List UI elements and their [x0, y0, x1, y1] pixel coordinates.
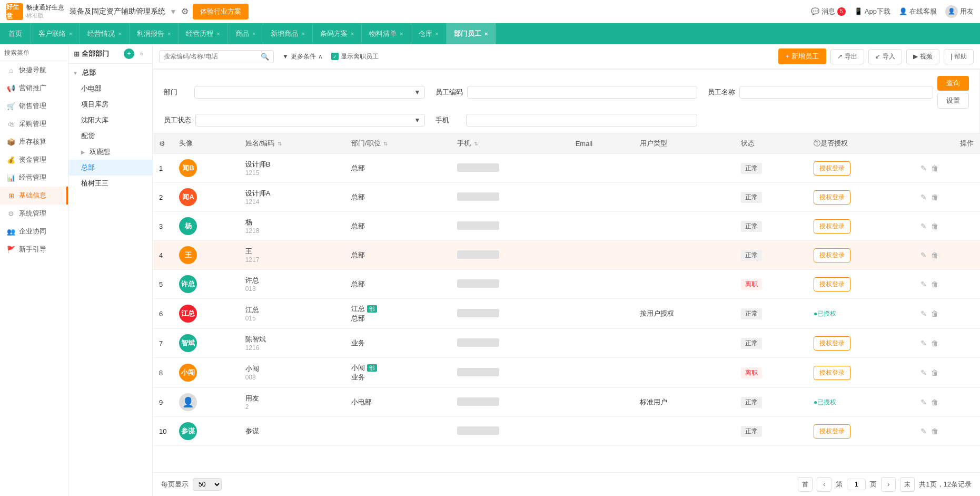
filter-settings-btn[interactable]: 设置 — [937, 93, 969, 109]
row-auth: ●已授权 — [807, 299, 914, 329]
edit-icon[interactable]: ✎ — [920, 251, 927, 259]
col-dept[interactable]: 部门/职位 ⇅ — [345, 133, 451, 154]
sidebar-item-system[interactable]: ⚙ 系统管理 — [0, 205, 68, 222]
tab-dept-employee[interactable]: 部门员工 × — [447, 23, 496, 44]
auth-btn[interactable]: 授权登录 — [814, 336, 850, 351]
user-btn[interactable]: 👤 用友 — [945, 5, 974, 18]
edit-icon[interactable]: ✎ — [920, 368, 927, 377]
last-page-btn[interactable]: 末 — [900, 477, 915, 492]
sidebar-search-input[interactable] — [4, 49, 68, 56]
auth-btn[interactable]: 授权登录 — [814, 366, 850, 380]
row-phone — [451, 329, 569, 358]
tab-goods[interactable]: 商品 × — [228, 23, 263, 44]
page-number-input[interactable] — [847, 479, 866, 490]
export-btn[interactable]: ↗ 导出 — [830, 49, 864, 64]
view-btn[interactable]: ▶ 视频 — [906, 49, 939, 64]
dept-add-btn[interactable]: + — [124, 48, 134, 59]
dept-item-shenyang[interactable]: 沈阳大库 — [68, 112, 152, 128]
filter-empname-input[interactable] — [739, 86, 933, 99]
next-page-btn[interactable]: › — [881, 477, 896, 492]
experience-btn[interactable]: 体验行业方案 — [193, 4, 249, 20]
first-page-btn[interactable]: 首 — [798, 477, 813, 492]
tab-profit[interactable]: 利润报告 × — [130, 23, 179, 44]
delete-icon[interactable]: 🗑 — [931, 339, 938, 347]
filter-status-row: 员工状态 ▼ — [164, 114, 425, 127]
delete-icon[interactable]: 🗑 — [931, 398, 938, 406]
sidebar-item-marketing[interactable]: 📢 营销推广 — [0, 79, 68, 97]
col-settings[interactable]: ⚙ — [153, 133, 173, 154]
dept-item-shuanglu[interactable]: ▶ 双鹿想 — [68, 144, 152, 160]
delete-icon[interactable]: 🗑 — [931, 427, 938, 435]
col-name[interactable]: 姓名/编码 ⇅ — [239, 133, 345, 154]
dept-item-zhishu[interactable]: 植树王三 — [68, 176, 152, 191]
delete-icon[interactable]: 🗑 — [931, 193, 938, 201]
sidebar-item-sales[interactable]: 🛒 销售管理 — [0, 97, 68, 115]
filter-phone-input[interactable] — [466, 114, 697, 127]
dept-collapse-btn[interactable]: « — [136, 48, 147, 59]
delete-icon[interactable]: 🗑 — [931, 164, 938, 172]
filter-status-label: 员工状态 — [164, 115, 191, 125]
sidebar-item-finance[interactable]: 💰 资金管理 — [0, 151, 68, 169]
dept-item-projectroom[interactable]: 项目库房 — [68, 96, 152, 112]
page-size-select[interactable]: 50 100 200 — [193, 478, 222, 491]
tab-operations[interactable]: 经营情况 × — [80, 23, 129, 44]
auth-btn[interactable]: 授权登录 — [814, 161, 850, 176]
sidebar-item-guide[interactable]: 🚩 新手引导 — [0, 240, 68, 258]
search-input[interactable] — [164, 53, 259, 60]
dept-item-xiaodibu[interactable]: 小电部 — [68, 81, 152, 96]
sidebar-item-basic-info[interactable]: ⊞ 基础信息 — [0, 187, 68, 205]
sidebar-item-operations-mgmt[interactable]: 📊 经营管理 — [0, 169, 68, 187]
delete-icon[interactable]: 🗑 — [931, 309, 938, 318]
delete-icon[interactable]: 🗑 — [931, 222, 938, 230]
sidebar-item-purchase[interactable]: 🛍 采购管理 — [0, 115, 68, 133]
title-dropdown-icon[interactable]: ▼ — [170, 7, 177, 16]
search-btn[interactable]: 查询 — [937, 76, 969, 91]
delete-icon[interactable]: 🗑 — [931, 368, 938, 377]
help-btn[interactable]: | 帮助 — [944, 49, 974, 64]
row-name: 用友2 — [239, 388, 345, 417]
edit-icon[interactable]: ✎ — [920, 339, 927, 347]
edit-icon[interactable]: ✎ — [920, 398, 927, 406]
dept-item-peihuo[interactable]: 配货 — [68, 128, 152, 144]
auth-btn[interactable]: 授权登录 — [814, 424, 850, 439]
filter-dept-select[interactable]: ▼ — [194, 86, 425, 99]
import-btn[interactable]: ↙ 导入 — [868, 49, 902, 64]
filter-empcode-input[interactable] — [467, 86, 697, 99]
filter-status-select[interactable]: ▼ — [195, 114, 425, 127]
box-icon: 📦 — [6, 137, 16, 147]
sidebar-item-quick-nav[interactable]: ⌂ 快捷导航 — [0, 61, 68, 79]
tab-add-goods[interactable]: 新增商品 × — [263, 23, 312, 44]
tab-history[interactable]: 经营历程 × — [179, 23, 227, 44]
auth-btn[interactable]: 授权登录 — [814, 190, 850, 205]
app-download-btn[interactable]: 📱 App下载 — [854, 7, 890, 16]
edit-icon[interactable]: ✎ — [920, 280, 927, 288]
delete-icon[interactable]: 🗑 — [931, 280, 938, 288]
dept-item-zongbu[interactable]: 总部 — [68, 160, 152, 176]
auth-btn[interactable]: 授权登录 — [814, 219, 850, 234]
sidebar-item-coop[interactable]: 👥 企业协同 — [0, 222, 68, 240]
message-btn[interactable]: 💬 消息 5 — [811, 7, 846, 16]
settings-icon[interactable]: ⚙ — [181, 6, 189, 16]
prev-page-btn[interactable]: ‹ — [817, 477, 831, 492]
tab-home[interactable]: 首页 — [0, 23, 31, 44]
edit-icon[interactable]: ✎ — [920, 222, 927, 230]
edit-icon[interactable]: ✎ — [920, 309, 927, 318]
tab-barcode[interactable]: 条码方案 × — [313, 23, 362, 44]
delete-icon[interactable]: 🗑 — [931, 251, 938, 259]
online-service-btn[interactable]: 👤 在线客服 — [899, 7, 937, 16]
dept-item-general[interactable]: ▼ 总部 — [68, 64, 152, 81]
edit-icon[interactable]: ✎ — [920, 427, 927, 435]
add-employee-btn[interactable]: + 新增员工 — [778, 48, 826, 64]
edit-icon[interactable]: ✎ — [920, 193, 927, 201]
auth-btn[interactable]: 授权登录 — [814, 277, 850, 291]
more-filter-btn[interactable]: ▼ 更多条件 ∧ — [278, 50, 327, 63]
tab-customer[interactable]: 客户联络 × — [31, 23, 80, 44]
tab-bom[interactable]: 物料清单 × — [362, 23, 411, 44]
tab-warehouse[interactable]: 仓库 × — [411, 23, 447, 44]
col-phone[interactable]: 手机 ⇅ — [451, 133, 569, 154]
auth-btn[interactable]: 授权登录 — [814, 248, 850, 262]
show-resigned-checkbox[interactable]: ✓ 显示离职员工 — [331, 52, 379, 61]
row-actions: ✎ 🗑 — [914, 270, 980, 299]
edit-icon[interactable]: ✎ — [920, 164, 927, 172]
sidebar-item-inventory[interactable]: 📦 库存核算 — [0, 133, 68, 151]
